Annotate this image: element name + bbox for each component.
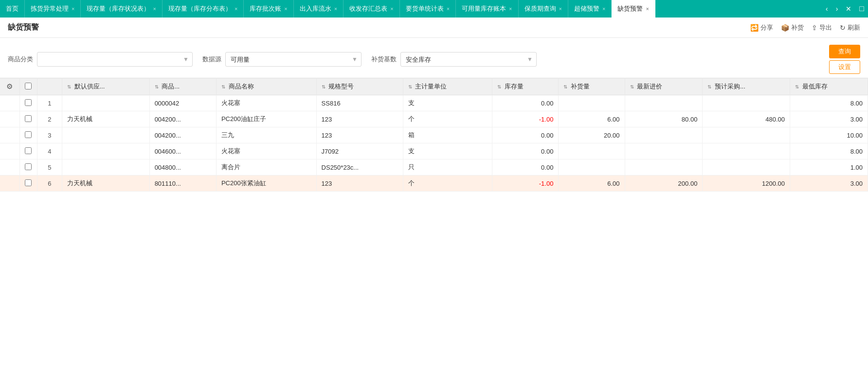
close-current-tab-button[interactable]: ✕ [842,0,855,18]
th-min-stock: ⇅ 最低库存 [790,78,868,95]
table-row[interactable]: 6 力天机械 801110... PC200张紧油缸 123 个 -1.00 6… [0,176,868,192]
nav-tab-7[interactable]: 要货单统计表× [400,0,456,18]
est-purchase-sort-icon[interactable]: ⇅ [707,84,711,89]
td-checkbox-4[interactable] [19,159,37,176]
nav-tab-close-9[interactable]: × [559,6,562,12]
row-checkbox-2[interactable] [25,131,32,138]
nav-tab-11[interactable]: 缺货预警× [612,0,655,18]
row-checkbox-1[interactable] [25,115,32,122]
refresh-action[interactable]: ↻ 刷新 [840,23,860,32]
nav-tab-0[interactable]: 首页 [0,0,25,18]
unit-sort-icon[interactable]: ⇅ [408,84,412,89]
replenish-label: 补货 [791,23,804,32]
td-checkbox-0[interactable] [19,95,37,111]
code-sort-icon[interactable]: ⇅ [155,84,159,89]
td-replenish-3 [559,143,625,159]
nav-tab-label-9: 保质期查询 [524,4,556,13]
td-code-0: 0000042 [149,95,216,111]
settings-button[interactable]: 设置 [829,60,860,74]
prev-tab-button[interactable]: ‹ [822,0,832,18]
table-row[interactable]: 3 004200... 三九 123 箱 0.00 20.00 10.00 [0,127,868,143]
td-est-purchase-0 [703,95,790,111]
td-rownum-3: 4 [37,143,62,159]
replenish-action[interactable]: 📦 补货 [781,23,804,32]
td-code-3: 004600... [149,143,216,159]
table-header-row: ⚙ ⇅ 默认供应... ⇅ 商品... ⇅ [0,78,868,95]
td-latest-price-3 [625,143,703,159]
td-spec-3: J7092 [316,143,403,159]
td-spec-1: 123 [316,111,403,127]
td-spec-0: SS816 [316,95,403,111]
nav-tab-10[interactable]: 超储预警× [568,0,612,18]
nav-tab-4[interactable]: 库存批次账× [244,0,293,18]
nav-tab-1[interactable]: 拣货异常处理× [25,0,81,18]
nav-tab-close-11[interactable]: × [646,6,649,12]
nav-tab-close-5[interactable]: × [334,6,337,12]
nav-tab-close-4[interactable]: × [284,6,287,12]
td-rownum-4: 5 [37,159,62,176]
td-latest-price-2 [625,127,703,143]
nav-tab-label-3: 现存量（库存分布表） [168,4,232,13]
row-checkbox-4[interactable] [25,163,32,170]
datasource-filter-group: 数据源 可用量 ▼ [202,52,362,67]
td-supplier-1: 力天机械 [62,111,150,127]
row-checkbox-5[interactable] [25,179,32,186]
supplier-sort-icon[interactable]: ⇅ [67,84,71,89]
td-checkbox-3[interactable] [19,143,37,159]
nav-tab-3[interactable]: 现存量（库存分布表）× [163,0,244,18]
row-checkbox-0[interactable] [25,99,32,106]
close-all-tabs-button[interactable]: □ [855,0,868,18]
replenish-base-select[interactable]: 安全库存 [400,52,537,67]
table-row[interactable]: 4 004600... 火花塞 J7092 支 0.00 8.00 [0,143,868,159]
nav-tab-close-7[interactable]: × [447,6,450,12]
td-checkbox-2[interactable] [19,127,37,143]
table-row[interactable]: 2 力天机械 004200... PC200油缸庄子 123 个 -1.00 6… [0,111,868,127]
nav-tab-close-2[interactable]: × [153,6,156,12]
row-checkbox-3[interactable] [25,147,32,154]
th-est-purchase-label: 预计采购... [715,83,745,90]
select-all-checkbox[interactable] [25,83,32,89]
spec-sort-icon[interactable]: ⇅ [322,84,326,89]
td-checkbox-5[interactable] [19,176,37,192]
nav-tab-close-8[interactable]: × [509,6,512,12]
nav-tab-close-3[interactable]: × [235,6,237,12]
td-stock-5: -1.00 [492,176,559,192]
table-row[interactable]: 1 0000042 火花塞 SS816 支 0.00 8.00 [0,95,868,111]
latest-price-sort-icon[interactable]: ⇅ [630,84,634,89]
nav-tab-close-1[interactable]: × [72,6,74,12]
name-sort-icon[interactable]: ⇅ [221,84,225,89]
min-stock-sort-icon[interactable]: ⇅ [795,84,799,89]
nav-tab-9[interactable]: 保质期查询× [519,0,568,18]
td-empty-2 [0,127,19,143]
query-button[interactable]: 查询 [829,45,860,58]
column-settings-icon[interactable]: ⚙ [6,82,13,90]
nav-tab-5[interactable]: 出入库流水× [294,0,344,18]
datasource-select[interactable]: 可用量 [225,52,362,67]
td-rownum-1: 2 [37,111,62,127]
nav-tab-8[interactable]: 可用量库存账本× [456,0,518,18]
td-code-5: 801110... [149,176,216,192]
share-action[interactable]: 🔁 分享 [750,23,773,32]
th-unit: ⇅ 主计量单位 [403,78,492,95]
datasource-select-wrapper: 可用量 ▼ [225,52,362,67]
table-container: ⚙ ⇅ 默认供应... ⇅ 商品... ⇅ [0,78,868,192]
next-tab-button[interactable]: › [832,0,842,18]
export-action[interactable]: ⇪ 导出 [812,23,832,32]
category-label: 商品分类 [8,55,33,64]
nav-tab-label-8: 可用量库存账本 [462,4,506,13]
nav-tab-close-6[interactable]: × [390,6,393,12]
table-row[interactable]: 5 004800... 离合片 DS250*23c... 只 0.00 1.00 [0,159,868,176]
td-replenish-4 [559,159,625,176]
th-stock: ⇅ 库存量 [492,78,559,95]
replenish-sort-icon[interactable]: ⇅ [563,84,567,89]
stock-sort-icon[interactable]: ⇅ [497,84,501,89]
td-rownum-5: 6 [37,176,62,192]
nav-tab-2[interactable]: 现存量（库存状况表）× [81,0,162,18]
td-name-4: 离合片 [216,159,316,176]
nav-tab-close-10[interactable]: × [602,6,605,12]
td-empty-3 [0,143,19,159]
category-select[interactable] [37,52,193,67]
td-min-stock-2: 10.00 [790,127,868,143]
nav-tab-6[interactable]: 收发存汇总表× [344,0,399,18]
td-checkbox-1[interactable] [19,111,37,127]
